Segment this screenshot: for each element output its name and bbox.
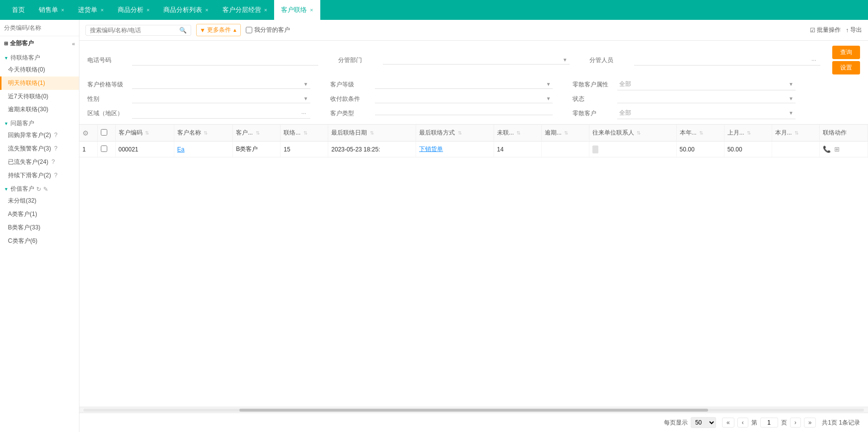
search-submit-icon[interactable]: 🔍 [179,27,187,34]
close-purchase-tab-icon[interactable]: × [100,7,103,13]
sidebar-item-class-c[interactable]: C类客户(6) [0,234,79,248]
check-all-icon: ☑ [810,27,815,34]
filter-customer-level: 客户等级 ▼ [330,80,553,89]
customer-level-label: 客户等级 [330,80,375,89]
phone-input[interactable] [132,55,318,66]
col-last-contact-method[interactable]: 最后联络方式 ⇅ [416,125,494,142]
search-input[interactable] [90,27,179,34]
horizontal-scrollbar[interactable] [79,407,868,413]
sidebar-item-all-customers[interactable]: ⊞ 全部客户 « [0,36,79,51]
sort-icon-name: ⇅ [204,130,208,136]
col-customer-type[interactable]: 客户... ⇅ [233,125,281,142]
top-navigation: 首页 销售单 × 进货单 × 商品分析 × 商品分析列表 × 客户分层经营 × … [0,0,868,20]
sidebar-item-overdue-contact[interactable]: 逾期未联络(30) [0,103,79,116]
batch-operation-button[interactable]: ☑ 批量操作 [810,26,841,34]
retail-customer-chevron-icon: ▼ [789,110,794,116]
sidebar-item-abnormal-repurchase[interactable]: 回购异常客户(2) ? [0,129,79,142]
sidebar-search-area: 🔍 [0,20,79,36]
scrollbar-thumb[interactable] [239,409,708,412]
sidebar-item-churned[interactable]: 已流失客户(24) ? [0,155,79,169]
row-name[interactable]: Ea [174,142,232,157]
sidebar-item-7days-pending[interactable]: 近7天待联络(0) [0,90,79,103]
col-this-month[interactable]: 本月... ⇅ [772,125,819,142]
price-level-select[interactable]: ▼ [132,80,310,89]
toolbar-right: ☑ 批量操作 ↑ 导出 [810,26,862,34]
row-last-method[interactable]: 下销货单 [416,142,494,157]
export-button[interactable]: ↑ 导出 [846,26,862,34]
last-page-button[interactable]: » [804,418,816,428]
contact-method-link[interactable]: 下销货单 [419,145,443,152]
close-analysis-tab-icon[interactable]: × [146,7,149,13]
status-select[interactable]: ▼ [617,94,796,103]
col-contact-count[interactable]: 联络... ⇅ [281,125,328,142]
close-customer-tier-tab-icon[interactable]: × [264,7,267,13]
close-customer-contact-tab-icon[interactable]: × [310,7,313,13]
customer-type-select[interactable] [375,112,553,115]
col-uncontacted[interactable]: 未联... ⇅ [494,125,541,142]
col-unit-contact[interactable]: 往来单位联系人 ⇅ [589,125,676,142]
payment-select[interactable]: ▼ [375,94,553,103]
nav-tab-analysis-list[interactable]: 商品分析列表 × [156,0,215,20]
filter-status: 状态 ▼ [573,94,796,103]
close-sales-tab-icon[interactable]: × [61,7,64,13]
gender-select[interactable]: ▼ [132,94,310,103]
first-page-button[interactable]: « [722,418,734,428]
customer-name-link[interactable]: Ea [177,146,185,153]
call-action-icon[interactable]: 📞 [823,145,831,153]
row-this-year: 50.00 [676,142,724,157]
page-number-input[interactable] [760,418,778,428]
sort-icon-method: ⇅ [458,130,462,136]
sidebar-item-tomorrow-pending[interactable]: 明天待联络(1) [0,76,79,90]
manager-more-icon[interactable]: ··· [809,57,818,64]
region-select[interactable]: ··· [132,108,310,119]
table-header-row: ⚙ 客户编码 ⇅ 客户名称 ⇅ [79,125,868,142]
nav-tab-analysis[interactable]: 商品分析 × [111,0,156,20]
close-analysis-list-tab-icon[interactable]: × [205,7,208,13]
retail-attr-chevron-icon: ▼ [789,81,794,87]
per-page-select[interactable]: 102050100 [691,417,716,428]
dept-select[interactable]: ▼ [383,56,569,65]
refresh-icon[interactable]: ↻ [36,186,41,193]
nav-home[interactable]: 首页 [5,0,32,20]
col-customer-code[interactable]: 客户编码 ⇅ [115,125,174,142]
nav-tab-customer-contact[interactable]: 客户联络 × [274,0,320,20]
sidebar-item-declining[interactable]: 持续下滑客户(2) ? [0,169,79,182]
manager-select[interactable]: ··· [634,55,820,66]
col-customer-name[interactable]: 客户名称 ⇅ [174,125,232,142]
sidebar-item-class-a[interactable]: A类客户(1) [0,208,79,221]
retail-customer-select[interactable]: 全部 ▼ [617,107,796,119]
col-last-contact-date[interactable]: 最后联络日期 ⇅ [328,125,416,142]
edit-value-group-icon[interactable]: ✎ [43,186,48,193]
retail-customer-label: 零散客户 [573,109,617,118]
sidebar-item-today-pending[interactable]: 今天待联络(0) [0,63,79,76]
table-row: 1 000021 Ea B类客户 15 2023-05-23 18:25: 下销… [79,142,868,157]
region-more-icon[interactable]: ··· [299,110,308,117]
more-action-icon[interactable]: ⊞ [834,145,840,153]
sort-icon-unit: ⇅ [637,130,641,136]
col-overdue[interactable]: 逾期... ⇅ [541,125,589,142]
nav-tab-sales[interactable]: 销售单 × [32,0,71,20]
filter-gender: 性别 ▼ [87,94,310,103]
nav-tab-purchase[interactable]: 进货单 × [71,0,110,20]
sidebar-item-ungrouped[interactable]: 未分组(32) [0,194,79,208]
prev-page-button[interactable]: ‹ [737,418,748,428]
col-last-month[interactable]: 上月... ⇅ [724,125,772,142]
col-this-year[interactable]: 本年... ⇅ [676,125,724,142]
column-settings-icon[interactable]: ⚙ [82,129,89,137]
next-page-button[interactable]: › [790,418,801,428]
select-all-checkbox[interactable] [101,129,107,136]
filter-row-4: 区域（地区） ··· 客户类型 零散客户 [87,107,860,119]
my-customers-checkbox[interactable] [246,27,252,33]
more-filter-button[interactable]: ▼ 更多条件 ▲ [196,24,241,36]
retail-attr-select[interactable]: 全部 ▼ [617,78,796,90]
row-select-checkbox[interactable] [101,145,107,152]
query-button[interactable]: 查询 [832,46,860,59]
nav-tab-customer-tier[interactable]: 客户分层经营 × [216,0,274,20]
sidebar-item-churn-warning[interactable]: 流失预警客户(3) ? [0,142,79,155]
table-footer: 每页显示 102050100 « ‹ 第 页 › » 共1页 1条记录 [79,413,868,432]
sidebar-search-input[interactable] [4,24,78,31]
sidebar-item-class-b[interactable]: B类客户(33) [0,221,79,234]
reset-button[interactable]: 设置 [832,61,860,74]
export-icon: ↑ [846,27,849,34]
customer-level-select[interactable]: ▼ [375,80,553,89]
